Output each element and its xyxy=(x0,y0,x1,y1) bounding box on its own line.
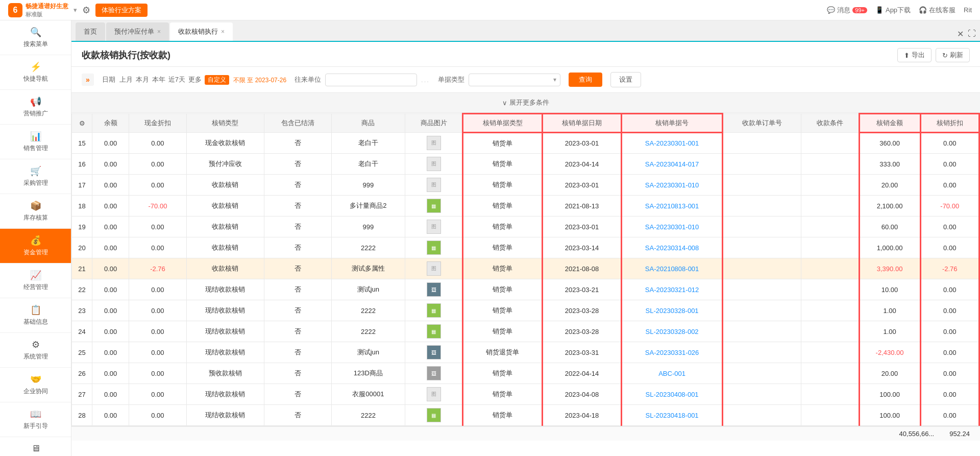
date-more[interactable]: 更多 xyxy=(188,75,202,84)
user-item[interactable]: Rit xyxy=(964,6,972,14)
goods-image-cell: ▦ xyxy=(405,405,463,426)
from-unit-input[interactable] xyxy=(325,74,417,86)
row-cancel-bill-no: SL-20230328-001 xyxy=(622,300,723,321)
refresh-icon: ↻ xyxy=(942,52,948,59)
export-button[interactable]: ⬆ 导出 xyxy=(897,48,932,62)
tab-cancel-close[interactable]: × xyxy=(221,28,225,35)
sidebar-item-sales[interactable]: 📊 销售管理 xyxy=(0,125,71,159)
col-receipt-condition: 收款条件 xyxy=(801,114,859,133)
bill-type-select[interactable] xyxy=(469,74,560,86)
settings-icon[interactable]: ⚙ xyxy=(82,5,90,16)
cancel-bill-no-link[interactable]: SA-20230321-012 xyxy=(645,286,699,294)
goods-image-cell: 🖼 xyxy=(405,342,463,363)
logo-area: 6 畅捷通谱好生意 标准版 xyxy=(8,2,68,18)
row-goods: 2222 xyxy=(332,237,405,258)
cancel-bill-no-link[interactable]: SA-20230331-026 xyxy=(645,349,699,356)
cancel-bill-no-link[interactable]: SL-20230328-001 xyxy=(646,307,699,315)
top-bar: 6 畅捷通谱好生意 标准版 ▾ ⚙ 体验行业方案 💬 消息 99+ 📱 App下… xyxy=(0,0,980,20)
sidebar-item-collab[interactable]: 🤝 企业协同 xyxy=(0,368,71,402)
tab-prepay-close[interactable]: × xyxy=(157,28,161,35)
online-service-item[interactable]: 🎧 在线客服 xyxy=(919,6,955,15)
sidebar-item-basic[interactable]: 📋 基础信息 xyxy=(0,298,71,333)
cancel-bill-no-link[interactable]: SL-20230418-001 xyxy=(646,412,699,419)
sidebar-item-guide[interactable]: 📖 新手引导 xyxy=(0,402,71,437)
row-cancel-amount: 360.00 xyxy=(859,133,920,154)
tab-home[interactable]: 首页 xyxy=(76,22,105,41)
cancel-bill-no-link[interactable]: SA-20230301-010 xyxy=(645,223,699,231)
trial-button[interactable]: 体验行业方案 xyxy=(95,4,148,17)
settings-button[interactable]: 设置 xyxy=(610,72,641,87)
sidebar-item-search[interactable]: 🔍 搜索菜单 xyxy=(0,20,71,55)
sidebar-item-marketing[interactable]: 📢 营销推广 xyxy=(0,90,71,125)
system-icon: ⚙ xyxy=(32,339,40,350)
date-links: 上月 本月 本年 近7天 更多 自定义 xyxy=(119,75,229,85)
cancel-bill-no-link[interactable]: SA-20230414-017 xyxy=(645,160,699,168)
tab-expand-icon[interactable]: ⛶ xyxy=(968,29,976,39)
sidebar-item-finance[interactable]: 💰 资金管理 xyxy=(0,229,71,263)
row-cash-discount: 0.00 xyxy=(129,405,186,426)
cancel-bill-no-link[interactable]: SA-20230314-008 xyxy=(645,244,699,252)
goods-image-cell: ▦ xyxy=(405,237,463,258)
col-balance: 余额 xyxy=(92,114,129,133)
row-cancel-bill-no: SL-20230408-001 xyxy=(622,384,723,405)
app-download-item[interactable]: 📱 App下载 xyxy=(875,6,911,15)
table-row: 18 0.00 -70.00 收款核销 否 多计量商品2 ▦ 销货单 2021-… xyxy=(72,196,979,217)
expand-more-button[interactable]: ∨ 展开更多条件 xyxy=(502,96,549,109)
cancel-bill-no-link[interactable]: ABC-001 xyxy=(658,370,685,377)
row-cancel-discount: 0.00 xyxy=(920,279,979,300)
cancel-bill-no-link[interactable]: SA-20230301-010 xyxy=(645,181,699,189)
row-cash-discount: -70.00 xyxy=(129,196,186,217)
cancel-bill-no-link[interactable]: SL-20230408-001 xyxy=(646,391,699,398)
cancel-bill-no-link[interactable]: SA-20230301-001 xyxy=(645,139,699,147)
expand-button[interactable]: » xyxy=(82,74,94,86)
col-cancel-bill-date: 核销单据日期 xyxy=(542,114,621,133)
row-receipt-order-no xyxy=(722,217,801,237)
row-cash-discount: 0.00 xyxy=(129,217,186,237)
row-balance: 0.00 xyxy=(92,237,129,258)
row-id: 24 xyxy=(72,321,92,342)
expand-more-icon: ∨ xyxy=(502,99,507,107)
tab-cancel[interactable]: 收款核销执行 × xyxy=(170,22,233,41)
cancel-bill-no-link[interactable]: SA-20210808-001 xyxy=(645,265,699,273)
row-cancel-bill-type: 销货单 xyxy=(463,384,542,405)
col-settings[interactable]: ⚙ xyxy=(72,114,92,133)
goods-image-cell: 图 xyxy=(405,384,463,405)
date-this-month[interactable]: 本月 xyxy=(136,75,149,84)
row-cancel-bill-no: SL-20230328-002 xyxy=(622,321,723,342)
row-cancel-bill-type: 销货单 xyxy=(463,363,542,384)
export-icon: ⬆ xyxy=(904,52,910,59)
date-custom[interactable]: 自定义 xyxy=(205,75,229,85)
refresh-button[interactable]: ↻ 刷新 xyxy=(936,48,970,62)
row-receipt-order-no xyxy=(722,237,801,258)
tab-prepay[interactable]: 预付冲应付单 × xyxy=(106,22,169,41)
date-7days[interactable]: 近7天 xyxy=(168,75,185,84)
tab-close-icon[interactable]: ✕ xyxy=(957,29,964,39)
row-balance: 0.00 xyxy=(92,154,129,175)
dropdown-arrow-icon[interactable]: ▾ xyxy=(74,6,77,14)
cancel-bill-no-link[interactable]: SL-20230328-002 xyxy=(646,328,699,335)
sidebar-item-operation[interactable]: 📈 经营管理 xyxy=(0,263,71,298)
row-id: 17 xyxy=(72,175,92,196)
query-button[interactable]: 查询 xyxy=(569,73,602,87)
sidebar-label-quicknav: 快捷导航 xyxy=(23,75,48,83)
message-item[interactable]: 💬 消息 99+ xyxy=(827,6,867,15)
row-cancel-type: 预付冲应收 xyxy=(186,154,264,175)
page-title: 收款核销执行(按收款) xyxy=(82,49,170,61)
sidebar-item-purchase[interactable]: 🛒 采购管理 xyxy=(0,159,71,194)
row-balance: 0.00 xyxy=(92,279,129,300)
row-receipt-order-no xyxy=(722,279,801,300)
sidebar-label-operation: 经营管理 xyxy=(23,283,48,292)
date-this-year[interactable]: 本年 xyxy=(152,75,165,84)
sidebar-item-inventory[interactable]: 📦 库存核算 xyxy=(0,194,71,229)
row-goods: 2222 xyxy=(332,300,405,321)
sidebar-label-inventory: 库存核算 xyxy=(23,213,48,222)
sidebar-item-hardware[interactable]: 🖥 智能硬件 xyxy=(0,437,71,456)
sidebar-item-quicknav[interactable]: ⚡ 快捷导航 xyxy=(0,55,71,90)
row-goods: 老白干 xyxy=(332,133,405,154)
service-icon: 🎧 xyxy=(919,6,927,14)
date-last-month[interactable]: 上月 xyxy=(119,75,133,84)
refresh-label: 刷新 xyxy=(950,51,963,60)
from-unit-label: 往来单位 xyxy=(295,75,321,84)
cancel-bill-no-link[interactable]: SA-20210813-001 xyxy=(645,202,699,210)
sidebar-item-system[interactable]: ⚙ 系统管理 xyxy=(0,333,71,368)
